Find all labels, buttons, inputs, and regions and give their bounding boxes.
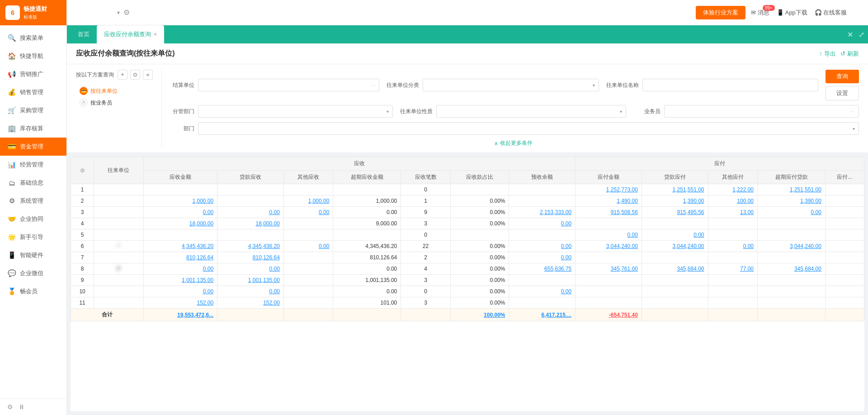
finance-icon: 💳 bbox=[7, 142, 16, 151]
filter-scheme-header: 按以下方案查询 + ⊙ « bbox=[76, 70, 156, 80]
logo-text: 畅捷通财 标准版 bbox=[24, 5, 47, 20]
sidebar-menu: 🔍 搜索菜单 🏠 快捷导航 📢 营销推广 💰 销售管理 🛒 采购管理 🏢 库存核… bbox=[0, 25, 66, 398]
th-payable-next: 应付... bbox=[825, 171, 864, 184]
filter-scheme-icons: + ⊙ « bbox=[118, 70, 153, 80]
sidebar-item-operations[interactable]: 📊 经营管理 bbox=[0, 156, 66, 174]
collapse-sidebar-icon[interactable]: ⏸ bbox=[19, 403, 25, 410]
sidebar-logo: 6 畅捷通财 标准版 bbox=[0, 0, 66, 25]
query-btn-group: 查询 设置 bbox=[826, 70, 859, 100]
table-row: 30.000.000.000.0090.00%2,153,333.00915,5… bbox=[71, 207, 864, 218]
customer-nature-field: 往来单位性质 ▾ bbox=[400, 105, 626, 118]
export-btn[interactable]: ↑ 导出 bbox=[820, 50, 836, 58]
sidebar-item-corp[interactable]: 🤝 企业协同 bbox=[0, 210, 66, 228]
maximize-icon[interactable]: ⤢ bbox=[859, 30, 864, 39]
sidebar-item-system[interactable]: ⚙ 系统管理 bbox=[0, 192, 66, 210]
online-service-btn[interactable]: 🎧 在线客服 bbox=[815, 9, 847, 17]
query-button[interactable]: 查询 bbox=[826, 70, 859, 83]
customer-name-input[interactable] bbox=[642, 79, 818, 91]
sidebar-item-hardware[interactable]: 📱 智能硬件 bbox=[0, 246, 66, 264]
scheme-collapse-icon[interactable]: « bbox=[143, 70, 153, 80]
sidebar-item-quicknav[interactable]: 🏠 快捷导航 bbox=[0, 47, 66, 65]
salesperson-field: 业务员 ··· bbox=[633, 105, 859, 118]
customer-category-field: 往来单位分类 ▾ bbox=[387, 79, 599, 91]
dept-manager-select[interactable]: ▾ bbox=[198, 105, 393, 118]
sidebar-item-search[interactable]: 🔍 搜索菜单 bbox=[0, 29, 66, 47]
table-row: 6^4,345,436.204,345,436.200.004,345,436.… bbox=[71, 241, 864, 252]
settlement-unit-input[interactable]: ··· bbox=[198, 79, 379, 91]
th-receivable-group: 应收 bbox=[143, 157, 576, 171]
sidebar-item-member[interactable]: 🏅 畅会员 bbox=[0, 282, 66, 301]
user-avatar[interactable]: Rit bbox=[854, 10, 861, 16]
sidebar-item-finance[interactable]: 💳 资金管理 bbox=[0, 138, 66, 156]
table-row: 91,001,135.001,001,135.001,001,135.0030.… bbox=[71, 275, 864, 286]
sidebar-item-sales[interactable]: 💰 销售管理 bbox=[0, 83, 66, 101]
refresh-btn[interactable]: ↺ 刷新 bbox=[840, 50, 859, 58]
data-table: ⚙ 往来单位 应收 应付 应收金额 贷款应收 其他应收 超期应收金额 应收笔数 … bbox=[71, 157, 864, 321]
purchase-icon: 🛒 bbox=[7, 106, 16, 115]
header-actions: ✉ 消息 99+ 📱 App下载 🎧 在线客服 Rit bbox=[751, 9, 861, 17]
operations-icon: 📊 bbox=[7, 160, 16, 169]
customer-nature-select[interactable]: ▾ bbox=[436, 105, 626, 118]
customer-category-select[interactable]: ▾ bbox=[423, 79, 599, 91]
table-row: 100.000.000.0000.00%0.00 bbox=[71, 286, 864, 297]
filter-scheme-panel: 按以下方案查询 + ⊙ « 💳 按往来单位 ⏱ 按业务员 bbox=[76, 70, 162, 149]
department-field: 部门 ▾ bbox=[167, 122, 859, 135]
tab-bar: 首页 应收应付余额查询 × ✕ ⤢ bbox=[67, 25, 868, 43]
system-icon: ⚙ bbox=[7, 196, 16, 205]
page-header-actions: ↑ 导出 ↺ 刷新 bbox=[820, 50, 859, 58]
th-advance-balance: 预收余额 bbox=[509, 171, 576, 184]
total-label: 合计 bbox=[71, 309, 144, 321]
table-row: 7810,126.64810,126.64810,126.6420.00%0.0… bbox=[71, 252, 864, 263]
top-header: XXXXXXXXXX ▾ ⚙ 体验行业方案 ✉ 消息 99+ 📱 App下载 🎧… bbox=[67, 0, 868, 25]
trial-btn[interactable]: 体验行业方案 bbox=[696, 6, 745, 19]
total-receivable-ratio[interactable]: 100.00% bbox=[450, 309, 509, 321]
total-receivable-amount[interactable]: 19,553,472,6... bbox=[143, 309, 217, 321]
setting-button[interactable]: 设置 bbox=[826, 86, 859, 100]
sidebar-item-marketing[interactable]: 📢 营销推广 bbox=[0, 65, 66, 83]
service-icon: 🎧 bbox=[815, 9, 822, 16]
settings-footer-icon[interactable]: ⚙ bbox=[7, 403, 13, 410]
th-loan-payable: 贷款应付 bbox=[642, 171, 708, 184]
department-select[interactable]: ▾ bbox=[198, 122, 859, 135]
tab-receivable-query[interactable]: 应收应付余额查询 × bbox=[97, 25, 164, 43]
close-window-icon[interactable]: ✕ bbox=[847, 30, 853, 39]
add-scheme-icon[interactable]: + bbox=[118, 70, 127, 80]
sidebar-item-purchase[interactable]: 🛒 采购管理 bbox=[0, 101, 66, 119]
th-other-payable: 其他应付 bbox=[708, 171, 758, 184]
th-partner: 往来单位 bbox=[94, 157, 144, 184]
logo-icon: 6 bbox=[5, 5, 20, 20]
sidebar-item-wechat[interactable]: 💬 企业微信 bbox=[0, 264, 66, 282]
marketing-icon: 📢 bbox=[7, 70, 16, 79]
th-loan-receivable: 贷款应收 bbox=[217, 171, 284, 184]
sidebar-item-basic[interactable]: 🗂 基础信息 bbox=[0, 174, 66, 192]
sidebar: 6 畅捷通财 标准版 🔍 搜索菜单 🏠 快捷导航 📢 营销推广 💰 销售管理 🛒… bbox=[0, 0, 67, 415]
header-gear-icon[interactable]: ⚙ bbox=[123, 8, 130, 17]
th-other-receivable: 其他应收 bbox=[283, 171, 333, 184]
salesperson-option-icon: ⏱ bbox=[80, 99, 88, 107]
filter-option-partner[interactable]: 💳 按往来单位 bbox=[76, 85, 156, 97]
partner-option-icon: 💳 bbox=[80, 87, 88, 95]
inventory-icon: 🏢 bbox=[7, 124, 16, 133]
message-btn[interactable]: ✉ 消息 99+ bbox=[751, 9, 769, 17]
wechat-icon: 💬 bbox=[7, 269, 16, 278]
sidebar-footer: ⚙ ⏸ bbox=[0, 398, 66, 415]
table-settings-icon[interactable]: ⚙ bbox=[80, 167, 85, 174]
header-company: XXXXXXXXXX bbox=[74, 9, 113, 16]
th-settings[interactable]: ⚙ bbox=[71, 157, 94, 184]
tab-home[interactable]: 首页 bbox=[71, 25, 97, 43]
sidebar-item-guide[interactable]: 🌟 新手引导 bbox=[0, 228, 66, 246]
filter-collapse-btn[interactable]: ∧ 收起更多条件 bbox=[167, 138, 859, 149]
app-download-btn[interactable]: 📱 App下载 bbox=[777, 9, 807, 17]
sidebar-item-inventory[interactable]: 🏢 库存核算 bbox=[0, 119, 66, 138]
search-icon: 🔍 bbox=[7, 33, 16, 43]
total-payable-amount[interactable]: -654,751.40 bbox=[576, 309, 642, 321]
company-dropdown-icon[interactable]: ▾ bbox=[117, 10, 120, 16]
filter-option-salesperson[interactable]: ⏱ 按业务员 bbox=[76, 97, 156, 109]
scheme-settings-icon[interactable]: ⊙ bbox=[130, 70, 140, 80]
total-advance-balance[interactable]: 6,417,215.... bbox=[509, 309, 576, 321]
tab-close-icon[interactable]: × bbox=[154, 31, 157, 38]
salesperson-input[interactable]: ··· bbox=[664, 105, 859, 118]
table-row: 101,252,773.001,251,551.001,222.001,251,… bbox=[71, 184, 864, 196]
th-payable-group: 应付 bbox=[576, 157, 864, 171]
table-container: ⚙ 往来单位 应收 应付 应收金额 贷款应收 其他应收 超期应收金额 应收笔数 … bbox=[71, 157, 864, 411]
